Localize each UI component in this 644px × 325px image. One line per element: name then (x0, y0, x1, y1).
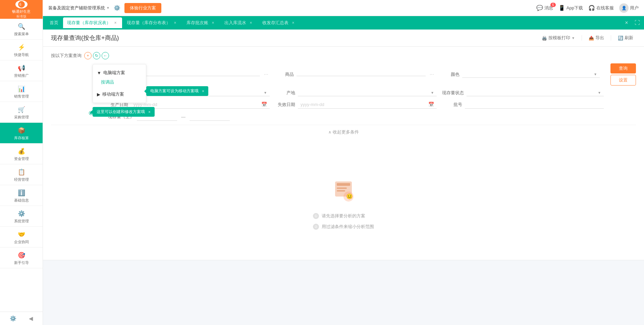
goods-select[interactable] (297, 73, 426, 76)
collapse-button[interactable]: ∧ 收起更多条件 (328, 129, 359, 135)
settings-footer-icon[interactable]: ⚙️ (10, 315, 16, 322)
print-icon: 🖨️ (542, 36, 547, 41)
refresh-scheme-btn[interactable]: ↻ (93, 52, 100, 59)
tab-bar: 首页 现存量（库存状况表） × 现存量（库存分布表） × 库存批次账 × 出入库… (43, 16, 644, 30)
export-icon: 📤 (589, 36, 594, 41)
query-button[interactable]: 查询 (610, 63, 636, 73)
svg-text:😐: 😐 (346, 193, 353, 200)
sidebar-item-collab[interactable]: 🤝 企业协同 (0, 227, 43, 248)
warehouse-dots[interactable]: ··· (264, 71, 268, 77)
filter-collapse-row: ∧ 收起更多条件 (51, 125, 636, 135)
tab-stock-status-close[interactable]: × (113, 20, 118, 25)
sidebar-logo: 6 畅通好生意 标准版 (0, 0, 43, 19)
app-download-label: App下载 (567, 5, 583, 11)
expire-date-input[interactable]: yyyy-mm-dd 📅 (298, 100, 437, 109)
refresh-btn[interactable]: 🔄 刷新 (615, 34, 636, 42)
sidebar-item-operations[interactable]: 📋 经营管理 (0, 164, 43, 185)
goods-dots[interactable]: ··· (430, 71, 434, 77)
sidebar-item-inventory[interactable]: 📦 库存核算 (0, 123, 43, 144)
header-settings-icon[interactable]: ⚙️ (114, 5, 120, 11)
tab-home[interactable]: 首页 (46, 17, 62, 28)
page-content: 现存量查询(按仓库+商品) 🖨️ 按模板打印 ▼ 📤 导出 🔄 刷新 (43, 30, 644, 325)
origin-select[interactable]: ▼ (298, 90, 437, 96)
sidebar-item-search[interactable]: 🔍 搜索菜单 (0, 19, 43, 40)
sidebar-item-label: 资金管理 (14, 156, 29, 161)
stock-max-input[interactable] (190, 113, 230, 121)
create-tooltip: 这里可以创建和修改方案哦 × (93, 107, 155, 117)
stock-status-label: 现存量状态 (442, 90, 464, 96)
logo-badge: 标准版 (16, 14, 26, 19)
sidebar-item-nav[interactable]: ⚡ 快捷导航 (0, 40, 43, 60)
divider-2 (611, 35, 611, 41)
sidebar-item-finance[interactable]: 💰 资金管理 (0, 144, 43, 164)
page-header: 现存量查询(按仓库+商品) 🖨️ 按模板打印 ▼ 📤 导出 🔄 刷新 (43, 30, 644, 47)
online-support-btn[interactable]: 🎧 在线客服 (588, 5, 614, 11)
scenario-mobile-arrow-icon: ▶ (97, 92, 100, 97)
set-button[interactable]: 设置 (610, 75, 636, 86)
sidebar-item-label: 新手引导 (14, 260, 29, 265)
tab-inout-label: 出入库流水 (224, 20, 246, 26)
sidebar-item-system[interactable]: ⚙️ 系统管理 (0, 206, 43, 227)
user-label: 用户 (630, 5, 639, 11)
tab-inout[interactable]: 出入库流水 × (220, 17, 258, 28)
scenario-mobile-label: 移动端方案 (102, 91, 124, 97)
stock-status-select[interactable]: ▼ (467, 90, 604, 96)
export-btn[interactable]: 📤 导出 (586, 34, 607, 42)
print-btn[interactable]: 🖨️ 按模板打印 ▼ (539, 34, 578, 42)
scheme-tooltip-close[interactable]: × (202, 89, 204, 94)
back-scheme-btn[interactable]: ← (102, 52, 109, 59)
expire-date-label: 失效日期 (275, 102, 295, 108)
logo-icon: 6 (15, 0, 28, 8)
tab-batch[interactable]: 库存批次账 × (182, 17, 220, 28)
collapse-sidebar-icon[interactable]: ◀ (29, 315, 33, 322)
trial-button[interactable]: 体验行业方案 (124, 3, 161, 13)
batch-filter: 批号 (442, 101, 604, 109)
sidebar-item-sales[interactable]: 📊 销售管理 (0, 81, 43, 102)
system-selector[interactable]: 装备及固定资产辅助管理系统 ▼ (48, 5, 110, 11)
filter-section-label: 按以下方案查询 (51, 53, 82, 59)
tab-summary-close[interactable]: × (290, 20, 296, 25)
tab-summary[interactable]: 收发存汇总表 × (258, 17, 300, 28)
tab-stock-status-label: 现存量（库存状况表） (67, 20, 111, 26)
sidebar-item-label: 营销推广 (14, 73, 29, 78)
main-area: 装备及固定资产辅助管理系统 ▼ ⚙️ 体验行业方案 💬 消息 6 📱 App下载… (43, 0, 644, 325)
expire-calendar-icon: 📅 (428, 102, 434, 107)
tab-close-all-icon[interactable]: × (623, 19, 631, 27)
empty-step-2: ② 用过滤条件来缩小分析范围 (313, 222, 374, 231)
scenario-item-goods[interactable]: 按调品 (93, 77, 146, 87)
empty-step2-label: 用过滤条件来缩小分析范围 (322, 222, 374, 231)
scenario-mobile-toggle[interactable]: ▶ 移动端方案 (93, 90, 146, 99)
scenario-desktop-toggle[interactable]: ▼ 电脑端方案 (93, 68, 146, 77)
expire-date-filter: 失效日期 yyyy-mm-dd 📅 (275, 100, 437, 109)
tab-fullscreen-icon[interactable]: ⛶ (633, 19, 641, 27)
warehouse-select[interactable] (131, 73, 260, 76)
color-select[interactable]: ▼ (462, 71, 600, 78)
tab-batch-close[interactable]: × (210, 20, 216, 25)
create-tooltip-text: 这里可以创建和修改方案哦 (97, 109, 145, 115)
user-menu[interactable]: 👤 用户 (619, 3, 639, 13)
batch-input[interactable] (465, 101, 604, 109)
tab-stock-dist-close[interactable]: × (172, 20, 178, 25)
sidebar-item-label: 快捷导航 (14, 52, 29, 57)
empty-num-2: ② (313, 224, 319, 230)
add-scheme-btn[interactable]: + (84, 52, 92, 59)
create-tooltip-close[interactable]: × (148, 110, 151, 114)
color-filter: 颜色 ▼ (439, 71, 600, 78)
sidebar-item-guide[interactable]: 🎯 新手引导 (0, 248, 43, 268)
page-actions: 🖨️ 按模板打印 ▼ 📤 导出 🔄 刷新 (539, 34, 636, 42)
filter-area: 按以下方案查询 + ↻ ← ▼ 电脑端方案 (43, 47, 644, 141)
top-header: 装备及固定资产辅助管理系统 ▼ ⚙️ 体验行业方案 💬 消息 6 📱 App下载… (43, 0, 644, 16)
tab-stock-dist[interactable]: 现存量（库存分布表） × (123, 17, 182, 28)
print-arrow-icon: ▼ (572, 36, 575, 40)
message-btn[interactable]: 💬 消息 6 (536, 5, 553, 11)
sidebar-item-purchase[interactable]: 🛒 采购管理 (0, 102, 43, 123)
tab-stock-status[interactable]: 现存量（库存状况表） × (63, 17, 122, 28)
empty-state: 😐 ① 请先选择要分析的方案 ② 用过滤条件来缩小分析范围 (43, 145, 644, 260)
sidebar-item-basic[interactable]: ℹ️ 基础信息 (0, 185, 43, 206)
divider-1 (582, 35, 582, 41)
sidebar-item-label: 基础信息 (14, 198, 29, 203)
finance-icon: 💰 (18, 148, 25, 155)
tab-inout-close[interactable]: × (248, 20, 254, 25)
app-download-btn[interactable]: 📱 App下载 (558, 5, 583, 11)
sidebar-item-marketing[interactable]: 📢 营销推广 (0, 60, 43, 81)
